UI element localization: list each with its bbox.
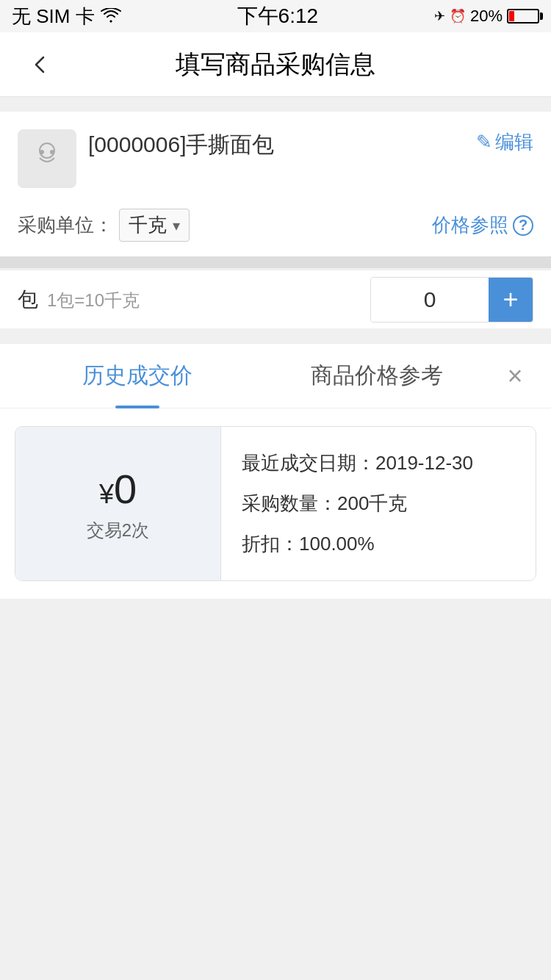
sim-status: 无 SIM 卡 [12,4,95,29]
card-discount-row: 折扣：100.00% [242,530,515,558]
discount-value: 100.00% [299,533,375,555]
quantity-section: 包 1包=10千克 + [0,270,551,328]
dropdown-icon: ▾ [173,217,180,234]
status-left: 无 SIM 卡 [12,4,121,29]
page-title: 填写商品采购信息 [62,48,489,82]
nav-bar: 填写商品采购信息 [0,32,551,97]
date-value: 2019-12-30 [375,452,473,474]
main-content: 填写商品采购信息 [0000006]手撕面包 ✎ 编辑 [0,32,551,980]
product-info: [0000006]手撕面包 [88,129,464,160]
product-name: [0000006]手撕面包 [88,129,464,160]
tab-active-indicator [115,406,159,408]
price-ref-icon: ? [513,215,533,236]
svg-point-1 [40,150,44,154]
qty-input-group: + [370,277,533,323]
battery-percent: 20% [470,7,503,26]
tabs-section: 历史成交价 商品价格参考 × ¥0 交易2次 最近成交日期：2019-12-3 [0,343,551,599]
status-time: 下午6:12 [237,2,319,30]
product-header: [0000006]手撕面包 ✎ 编辑 [18,129,533,188]
currency-symbol: ¥ [99,479,114,509]
tabs-close-button[interactable]: × [497,358,533,394]
qty-detail-value: 200千克 [337,492,407,514]
card-qty-row: 采购数量：200千克 [242,489,515,518]
price-ref-label: 价格参照 [432,212,508,238]
product-thumbnail [18,129,76,188]
edit-label: 编辑 [495,129,533,155]
card-price-left: ¥0 交易2次 [15,427,221,580]
svg-point-2 [50,150,54,154]
product-section: [0000006]手撕面包 ✎ 编辑 采购单位： 千克 ▾ 价格参照 ? [0,112,551,256]
status-right: ✈ ⏰ 20% [434,7,539,26]
tab-product-price-ref[interactable]: 商品价格参考 [257,344,497,408]
qty-unit: 包 [18,286,38,314]
gps-icon: ✈ [434,8,445,24]
price-reference-button[interactable]: 价格参照 ? [432,212,533,238]
edit-button[interactable]: ✎ 编辑 [476,129,533,155]
price-value: 0 [114,466,137,512]
card-price: ¥0 [99,465,137,513]
back-button[interactable] [18,43,62,87]
qty-label: 包 1包=10千克 [18,286,140,314]
tab-history-price[interactable]: 历史成交价 [18,344,257,408]
qty-detail-label: 采购数量： [242,492,337,514]
battery-icon [507,9,539,24]
product-thumb-icon [29,137,65,180]
trade-count: 交易2次 [87,519,149,542]
qty-unit-note: 1包=10千克 [47,289,140,312]
card-date-row: 最近成交日期：2019-12-30 [242,449,515,478]
section-divider [0,256,551,268]
date-label: 最近成交日期： [242,452,375,474]
history-price-card: ¥0 交易2次 最近成交日期：2019-12-30 采购数量：200千克 折扣：… [15,426,536,581]
card-details-right: 最近成交日期：2019-12-30 采购数量：200千克 折扣：100.00% [221,427,536,580]
wifi-icon [101,5,121,28]
edit-icon: ✎ [476,131,492,154]
quantity-input[interactable] [371,278,489,322]
unit-label: 采购单位： [18,212,113,238]
product-unit-row: 采购单位： 千克 ▾ 价格参照 ? [18,209,533,242]
unit-value: 千克 [129,212,167,238]
status-bar: 无 SIM 卡 下午6:12 ✈ ⏰ 20% [0,0,551,32]
card-area: ¥0 交易2次 最近成交日期：2019-12-30 采购数量：200千克 折扣：… [0,408,551,599]
qty-plus-button[interactable]: + [489,278,533,322]
discount-label: 折扣： [242,533,299,555]
tabs-header: 历史成交价 商品价格参考 × [0,344,551,408]
unit-select-dropdown[interactable]: 千克 ▾ [119,209,190,242]
alarm-icon: ⏰ [450,8,466,24]
